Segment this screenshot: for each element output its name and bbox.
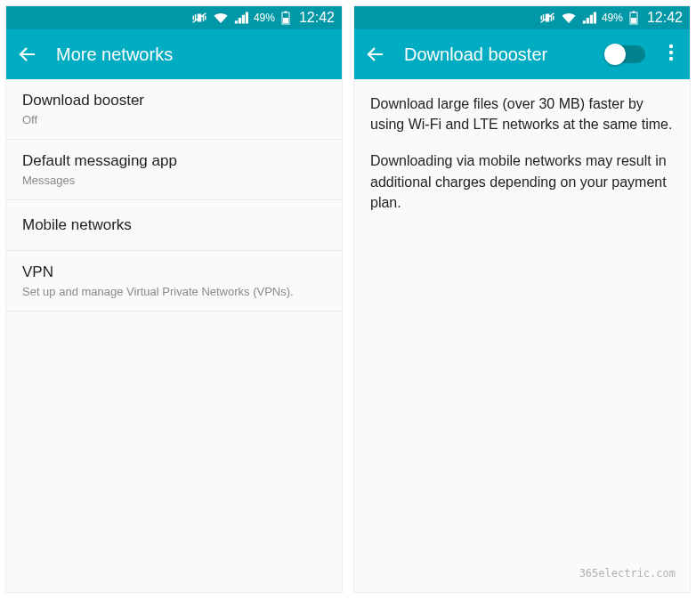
- description-para-1: Download large files (over 30 MB) faster…: [370, 93, 674, 134]
- list-item-sub: Messages: [22, 174, 326, 187]
- vibrate-silent-icon: [539, 12, 555, 24]
- wifi-icon: [213, 12, 229, 24]
- status-time: 12:42: [647, 10, 683, 26]
- list-item-mobile-networks[interactable]: Mobile networks: [6, 200, 342, 251]
- battery-icon: [629, 11, 638, 25]
- svg-point-7: [669, 51, 673, 54]
- page-title: Download booster: [404, 45, 588, 65]
- svg-rect-1: [284, 12, 287, 13]
- list-item-vpn[interactable]: VPN Set up and manage Virtual Private Ne…: [6, 251, 342, 312]
- status-bar: 49% 12:42: [6, 6, 342, 29]
- overflow-menu-icon[interactable]: [663, 44, 679, 65]
- battery-icon: [281, 11, 290, 25]
- wifi-icon: [561, 12, 577, 24]
- list-item-title: Default messaging app: [22, 152, 326, 170]
- svg-rect-2: [283, 18, 288, 23]
- signal-icon: [234, 12, 248, 24]
- list-item-sub: Off: [22, 113, 326, 126]
- app-bar: More networks: [6, 29, 342, 79]
- right-screen: 49% 12:42 Download booster Downlo: [353, 5, 691, 593]
- toggle-thumb: [604, 44, 626, 65]
- settings-list: Download booster Off Default messaging a…: [6, 79, 342, 592]
- signal-icon: [582, 12, 596, 24]
- description-panel: Download large files (over 30 MB) faster…: [354, 79, 690, 592]
- svg-point-6: [669, 45, 673, 48]
- watermark: 365electric.com: [579, 567, 676, 580]
- back-icon[interactable]: [365, 44, 386, 65]
- vibrate-silent-icon: [191, 12, 207, 24]
- page-title: More networks: [56, 45, 331, 65]
- svg-rect-5: [631, 18, 636, 23]
- list-item-title: Mobile networks: [22, 216, 326, 234]
- battery-percent: 49%: [602, 12, 623, 24]
- toggle-switch[interactable]: [606, 45, 645, 63]
- description-para-2: Downloading via mobile networks may resu…: [370, 150, 674, 213]
- left-screen: 49% 12:42 More networks Download booster…: [5, 5, 343, 593]
- svg-rect-4: [632, 12, 635, 13]
- status-bar: 49% 12:42: [354, 6, 690, 29]
- app-bar: Download booster: [354, 29, 690, 79]
- list-item-title: VPN: [22, 263, 326, 281]
- description-text: Download large files (over 30 MB) faster…: [354, 79, 690, 227]
- list-item-title: Download booster: [22, 92, 326, 109]
- svg-point-8: [669, 57, 673, 61]
- battery-percent: 49%: [254, 12, 275, 24]
- list-item-default-messaging[interactable]: Default messaging app Messages: [6, 140, 342, 200]
- back-icon[interactable]: [17, 44, 38, 65]
- list-item-download-booster[interactable]: Download booster Off: [6, 79, 342, 140]
- list-item-sub: Set up and manage Virtual Private Networ…: [22, 285, 326, 298]
- status-time: 12:42: [299, 10, 335, 26]
